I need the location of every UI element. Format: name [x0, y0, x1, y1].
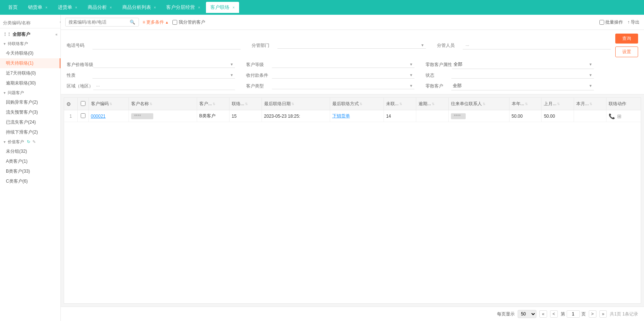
this-year-cell: 50.00	[509, 110, 542, 122]
batch-checkbox[interactable]	[599, 20, 604, 25]
th-this-month[interactable]: 本月... ⇅	[574, 98, 606, 110]
row-checkbox[interactable]	[81, 113, 85, 118]
next-page-button[interactable]: >	[589, 310, 596, 318]
sidebar: 🔍 ⋮⋮ 全部客户 « ▼ 待联络客户 今天待联络(0) 明天待联络(1) 近7…	[0, 15, 61, 321]
batch-op-button[interactable]: 批量操作	[599, 19, 623, 25]
value-group[interactable]: ▼ 价值客户 ↻ ✎	[0, 137, 60, 146]
th-this-year[interactable]: 本年... ⇅	[509, 98, 542, 110]
person-select[interactable]: ···	[463, 42, 611, 49]
action-cell: 📞 ⊞	[606, 110, 641, 122]
prev-page-button[interactable]: <	[550, 310, 558, 318]
th-gear[interactable]: ⚙	[64, 98, 77, 110]
phone-icon[interactable]: 📞	[609, 113, 615, 119]
sidebar-item-class-a[interactable]: A类客户(1)	[0, 156, 60, 166]
pending-group-label: 待联络客户	[8, 41, 28, 46]
customer-level-select[interactable]: ▼	[272, 61, 414, 68]
payment-select[interactable]: ▼	[272, 72, 414, 79]
sidebar-item-ungrouped[interactable]: 未分组(32)	[0, 146, 60, 156]
th-last-contact-date[interactable]: 最后联络日期 ⇅	[262, 98, 330, 110]
sidebar-search-input[interactable]	[3, 20, 58, 25]
sort-icon: ⇅	[589, 102, 592, 106]
more-filter-button[interactable]: ≡ 更多条件 ▲	[143, 19, 169, 25]
sidebar-item-lost-risk[interactable]: 流失预警客户(3)	[0, 107, 60, 117]
th-customer-code[interactable]: 客户编码 ⇅	[88, 98, 129, 110]
nav-close-icon[interactable]: ×	[232, 6, 235, 10]
first-page-button[interactable]: «	[539, 310, 547, 318]
retail-attr-select[interactable]: 全部 ▼	[452, 60, 594, 69]
chevron-down-icon: ▼	[230, 73, 234, 77]
export-button[interactable]: ↑ 导出	[627, 19, 640, 25]
refresh-icon[interactable]: ↻	[27, 139, 30, 144]
customer-name: ****	[129, 110, 197, 122]
sidebar-item-lost[interactable]: 已流失客户(24)	[0, 117, 60, 127]
nav-purchase[interactable]: 进货单 ×	[53, 2, 82, 13]
th-customer-type[interactable]: 客户... ⇅	[197, 98, 229, 110]
query-button[interactable]: 查询	[615, 34, 638, 44]
nav-home[interactable]: 首页	[4, 2, 22, 13]
dept-select[interactable]: ▼	[277, 42, 426, 49]
nav-product-analysis-list[interactable]: 商品分析列表 ×	[118, 2, 161, 13]
contact-count-cell: 15	[229, 110, 262, 122]
nav-close-icon[interactable]: ×	[154, 6, 156, 10]
status-select[interactable]: ▼	[451, 72, 594, 79]
nav-close-icon[interactable]: ×	[45, 6, 48, 10]
grid-icon[interactable]: ⊞	[617, 113, 622, 119]
th-no-contact[interactable]: 未联... ⇅	[384, 98, 416, 110]
export-icon: ↑	[627, 20, 630, 25]
sidebar-item-today[interactable]: 今天待联络(0)	[0, 48, 60, 58]
sort-icon: ⇅	[557, 102, 560, 106]
customer-value-select[interactable]: ▼	[93, 61, 235, 68]
more-dots-icon[interactable]: ···	[466, 43, 469, 48]
nav-customer-contact[interactable]: 客户联络 ×	[206, 2, 239, 13]
collapse-icon[interactable]: «	[55, 32, 57, 37]
my-customers-checkbox[interactable]	[172, 20, 177, 25]
select-all-checkbox[interactable]	[81, 101, 85, 106]
problem-group[interactable]: ▼ 问题客户	[0, 88, 60, 97]
nav-close-icon[interactable]: ×	[198, 6, 200, 10]
payment-label: 收付款条件	[246, 72, 272, 79]
per-page-select[interactable]: 10 20 50 100	[518, 310, 536, 318]
sidebar-item-decline[interactable]: 持续下滑客户(2)	[0, 127, 60, 137]
phone-input[interactable]	[92, 42, 241, 49]
nav-close-icon[interactable]: ×	[75, 6, 77, 10]
th-contact-count[interactable]: 联络... ⇅	[229, 98, 262, 110]
gender-select[interactable]: ▼	[92, 72, 235, 79]
contact-person-masked: ****	[451, 113, 466, 119]
sidebar-item-tomorrow[interactable]: 明天待联络(1)	[0, 58, 60, 68]
top-nav: 首页 销货单 × 进货单 × 商品分析 × 商品分析列表 × 客户分层经营 × …	[0, 0, 644, 15]
contact-method-link[interactable]: 下销货单	[332, 113, 350, 118]
th-overdue[interactable]: 逾期... ⇅	[416, 98, 448, 110]
th-last-contact-method[interactable]: 最后联络方式 ⇅	[330, 98, 384, 110]
th-contact-person[interactable]: 往来单位联系人 ⇅	[448, 98, 509, 110]
search-input[interactable]	[69, 20, 127, 25]
row-checkbox-cell	[77, 110, 88, 122]
nav-sales[interactable]: 销货单 ×	[24, 2, 52, 13]
page-number-input[interactable]	[567, 310, 580, 318]
nav-product-analysis[interactable]: 商品分析 ×	[83, 2, 116, 13]
sidebar-item-repurchase[interactable]: 回购异常客户(2)	[0, 97, 60, 107]
nav-close-icon[interactable]: ×	[110, 6, 112, 10]
retail-customer-select[interactable]: 全部 ▼	[451, 82, 594, 90]
gear-icon[interactable]: ⚙	[66, 101, 71, 107]
filter-retail-customer: 零散客户 全部 ▼	[426, 82, 594, 90]
filter-row-2: 客户价格等级 ▼ 客户等级 ▼ 零散客户属性	[67, 60, 638, 69]
sidebar-item-overdue[interactable]: 逾期未联络(30)	[0, 78, 60, 88]
th-customer-name[interactable]: 客户名称 ⇅	[129, 98, 197, 110]
last-page-button[interactable]: »	[599, 310, 607, 318]
dept-label: 分管部门	[252, 42, 277, 49]
nav-customer-tier[interactable]: 客户分层经营 ×	[162, 2, 204, 13]
search-button[interactable]: 🔍	[130, 20, 135, 25]
th-last-month[interactable]: 上月... ⇅	[542, 98, 574, 110]
region-select[interactable]: ···	[93, 82, 235, 90]
sidebar-item-week[interactable]: 近7天待联络(0)	[0, 68, 60, 78]
reset-button[interactable]: 设置	[615, 46, 638, 57]
customer-type-select[interactable]: ▼	[272, 83, 414, 89]
sidebar-item-class-b[interactable]: B类客户(33)	[0, 166, 60, 176]
content-area: 🔍 ≡ 更多条件 ▲ 我分管的客户 批量操作 ↑ 导出	[61, 15, 644, 321]
edit-icon[interactable]: ✎	[32, 139, 36, 144]
filter-customer-type: 客户类型 ▼	[246, 83, 414, 89]
customer-code-link[interactable]: 000021	[91, 114, 106, 119]
sidebar-item-class-c[interactable]: C类客户(6)	[0, 176, 60, 186]
more-dots-icon[interactable]: ···	[96, 83, 100, 89]
pending-group[interactable]: ▼ 待联络客户	[0, 39, 60, 48]
